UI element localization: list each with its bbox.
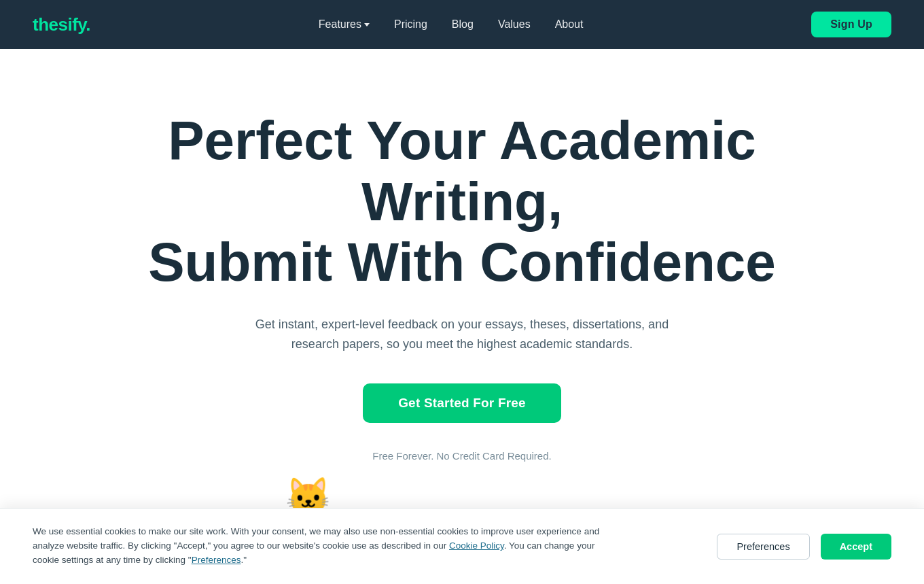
hero-section: Perfect Your Academic Writing, Submit Wi… xyxy=(0,49,924,584)
main-nav: Features Pricing Blog Values About xyxy=(319,18,584,31)
free-note: Free Forever. No Credit Card Required. xyxy=(372,450,551,462)
chevron-down-icon xyxy=(364,23,370,27)
site-header: thesify. Features Pricing Blog Values Ab… xyxy=(0,0,924,49)
nav-values[interactable]: Values xyxy=(498,18,531,31)
accept-button[interactable]: Accept xyxy=(821,534,891,560)
signup-button[interactable]: Sign Up xyxy=(811,12,891,37)
nav-about[interactable]: About xyxy=(555,18,584,31)
cookie-banner: We use essential cookies to make our sit… xyxy=(0,508,924,584)
nav-blog[interactable]: Blog xyxy=(452,18,474,31)
preferences-button[interactable]: Preferences xyxy=(717,534,809,560)
cookie-policy-link[interactable]: Cookie Policy xyxy=(449,540,504,551)
nav-pricing[interactable]: Pricing xyxy=(394,18,427,31)
cookie-text: We use essential cookies to make our sit… xyxy=(33,525,617,568)
site-logo[interactable]: thesify. xyxy=(33,14,90,35)
hero-subtitle: Get instant, expert-level feedback on yo… xyxy=(231,315,693,354)
cookie-buttons: Preferences Accept xyxy=(717,534,891,560)
cookie-preferences-link[interactable]: Preferences xyxy=(192,555,241,565)
nav-features[interactable]: Features xyxy=(319,18,370,31)
cta-button[interactable]: Get Started For Free xyxy=(363,383,561,423)
hero-title: Perfect Your Academic Writing, Submit Wi… xyxy=(136,110,788,293)
